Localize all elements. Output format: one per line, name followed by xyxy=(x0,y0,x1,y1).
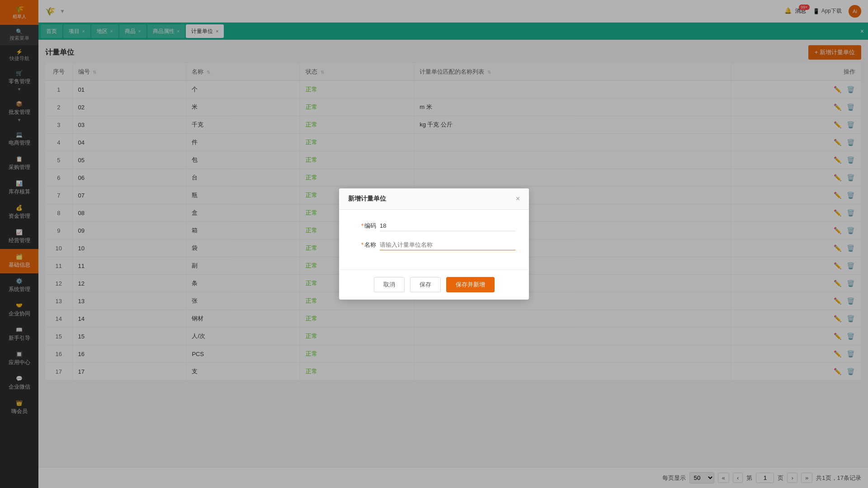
modal-close-button[interactable]: × xyxy=(516,195,520,203)
save-button[interactable]: 保存 xyxy=(410,277,441,292)
form-row-code: *编码 xyxy=(353,221,515,231)
modal-header: 新增计量单位 × xyxy=(339,188,529,210)
modal-footer: 取消 保存 保存并新增 xyxy=(339,269,529,300)
name-label: *名称 xyxy=(353,241,380,249)
add-unit-modal: 新增计量单位 × *编码 *名称 取消 保存 保存并新增 xyxy=(339,188,529,300)
name-required: * xyxy=(361,241,363,248)
form-row-name: *名称 xyxy=(353,239,515,250)
modal-body: *编码 *名称 xyxy=(339,210,529,269)
modal-title: 新增计量单位 xyxy=(348,195,386,203)
code-input[interactable] xyxy=(380,221,515,231)
modal-overlay[interactable]: 新增计量单位 × *编码 *名称 取消 保存 保存并新增 xyxy=(0,0,868,488)
cancel-button[interactable]: 取消 xyxy=(374,277,405,292)
save-new-button[interactable]: 保存并新增 xyxy=(446,277,495,292)
name-input[interactable] xyxy=(380,239,515,250)
code-label: *编码 xyxy=(353,222,380,230)
code-required: * xyxy=(361,222,363,229)
